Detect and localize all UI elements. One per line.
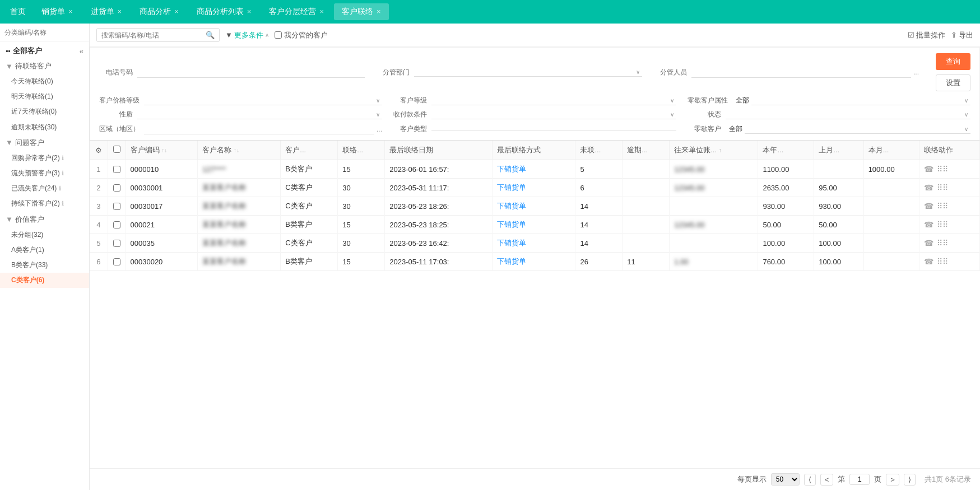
page-input[interactable]	[849, 474, 870, 485]
toolbar-search-icon[interactable]: 🔍	[206, 31, 215, 39]
row-checkbox[interactable]	[113, 184, 120, 192]
more-action-icon[interactable]: ⠿⠿	[937, 165, 948, 174]
filter-row-4: 区域（地区） ... 客户类型 零歇客户 全部 ∨	[99, 124, 970, 134]
area-input[interactable]	[144, 124, 374, 134]
phone-action-icon[interactable]: ☎	[924, 165, 933, 174]
phone-action-icon[interactable]: ☎	[924, 257, 933, 266]
row-checkbox[interactable]	[113, 240, 120, 247]
sidebar-item-已流失客户(24)[interactable]: 已流失客户(24) ℹ	[0, 181, 89, 196]
row-checkbox[interactable]	[113, 221, 120, 228]
sidebar-item-C类客户(6)[interactable]: C类客户(6)	[0, 273, 89, 288]
row-checkbox[interactable]	[113, 258, 120, 265]
retail-attr-select[interactable]: ∨	[751, 96, 970, 105]
sidebar-item-今天待联络(0)[interactable]: 今天待联络(0)	[0, 74, 89, 89]
tab-close-icon[interactable]: ×	[118, 7, 122, 16]
nav-tab-客户分层经营[interactable]: 客户分层经营×	[261, 3, 332, 20]
filter-more-btn[interactable]: ▼ 更多条件 ∧	[225, 30, 269, 40]
nav-tab-进货单[interactable]: 进货单×	[83, 3, 130, 20]
customer-grade-select[interactable]: ∨	[431, 96, 676, 105]
customer-type-select[interactable]	[431, 128, 676, 130]
col-unitamount-header: 往来单位账... ↑	[670, 141, 758, 160]
nav-tab-商品分析[interactable]: 商品分析×	[132, 3, 187, 20]
sidebar-item-未分组(32)[interactable]: 未分组(32)	[0, 227, 89, 242]
nav-home[interactable]: 首页	[4, 3, 31, 20]
tab-close-icon[interactable]: ×	[247, 7, 252, 16]
method-link[interactable]: 下销货单	[497, 202, 526, 210]
sidebar-item-近7天待联络(0)[interactable]: 近7天待联络(0)	[0, 104, 89, 119]
sidebar-group-待联络客户[interactable]: ▼待联络客户	[0, 58, 89, 74]
cell-not-contact: 26	[575, 253, 623, 271]
nav-tab-客户联络[interactable]: 客户联络×	[334, 3, 389, 20]
page-last-btn[interactable]: ⟩	[904, 474, 916, 486]
nav-tab-销货单[interactable]: 销货单×	[34, 3, 81, 20]
col-checkbox-header[interactable]	[108, 141, 126, 160]
col-settings-header[interactable]: ⚙	[90, 141, 108, 160]
more-action-icon[interactable]: ⠿⠿	[937, 239, 948, 248]
cell-last-method: 下销货单	[493, 179, 575, 197]
method-link[interactable]: 下销货单	[497, 257, 526, 265]
filter-row-1: 电话号码 分管部门 ∨ 分管人员 ... 查询 设置	[99, 53, 970, 91]
sidebar-group-问题客户[interactable]: ▼问题客户	[0, 135, 89, 151]
method-link[interactable]: 下销货单	[497, 183, 526, 192]
tab-close-icon[interactable]: ×	[174, 7, 179, 16]
col-lastmethod-header: 最后联络方式	[493, 141, 575, 160]
query-btn[interactable]: 查询	[936, 53, 970, 70]
sidebar-item-逾期未联络(30)[interactable]: 逾期未联络(30)	[0, 120, 89, 135]
method-link[interactable]: 下销货单	[497, 239, 526, 247]
my-customers-checkbox[interactable]: 我分管的客户	[275, 30, 328, 40]
method-link[interactable]: 下销货单	[497, 165, 526, 173]
value-grade-select[interactable]: ∨	[144, 96, 382, 105]
more-action-icon[interactable]: ⠿⠿	[937, 257, 948, 266]
retail-customer-select[interactable]: ∨	[745, 125, 970, 134]
phone-action-icon[interactable]: ☎	[924, 183, 933, 192]
cell-last-method: 下销货单	[493, 160, 575, 179]
sidebar-item-A类客户(1)[interactable]: A类客户(1)	[0, 242, 89, 258]
sidebar-item-回购异常客户(2)[interactable]: 回购异常客户(2) ℹ	[0, 151, 89, 166]
tab-close-icon[interactable]: ×	[68, 7, 73, 16]
page-next-btn[interactable]: >	[886, 474, 899, 486]
batch-btn[interactable]: ☑ 批量操作	[908, 30, 945, 40]
more-action-icon[interactable]: ⠿⠿	[937, 183, 948, 192]
row-checkbox[interactable]	[113, 166, 120, 173]
my-customers-check[interactable]	[275, 31, 282, 39]
page-prev-btn[interactable]: <	[820, 474, 834, 486]
nav-tab-商品分析列表[interactable]: 商品分析列表×	[189, 3, 259, 20]
method-link[interactable]: 下销货单	[497, 220, 526, 228]
set-btn[interactable]: 设置	[936, 74, 970, 91]
sidebar-item-流失预警客户(3)[interactable]: 流失预警客户(3) ℹ	[0, 166, 89, 181]
area-more-icon[interactable]: ...	[377, 125, 382, 133]
sidebar-item-持续下滑客户(2)[interactable]: 持续下滑客户(2) ℹ	[0, 196, 89, 211]
table-row: 600030020某某客户名称B类客户152023-05-11 17:03:下销…	[90, 253, 980, 271]
export-btn[interactable]: ⇧ 导出	[951, 30, 973, 40]
filter-retail-attr: 零歇客户属性 全部 ∨	[688, 96, 970, 105]
per-page-select[interactable]: 50 100 200	[771, 473, 800, 486]
row-checkbox[interactable]	[113, 203, 120, 210]
phone-action-icon[interactable]: ☎	[924, 202, 933, 211]
cell-not-contact: 14	[575, 197, 623, 216]
tab-close-icon[interactable]: ×	[377, 7, 381, 16]
cell-last-month: 50.00	[814, 216, 863, 234]
phone-action-icon[interactable]: ☎	[924, 220, 933, 229]
more-action-icon[interactable]: ⠿⠿	[937, 202, 948, 211]
dept-select[interactable]: ∨	[414, 68, 642, 77]
all-customers-label[interactable]: 全部客户	[13, 46, 42, 56]
select-all-checkbox[interactable]	[113, 146, 120, 153]
manager-input[interactable]	[691, 67, 911, 78]
more-action-icon[interactable]: ⠿⠿	[937, 220, 948, 229]
retail-attr-value: 全部	[736, 96, 749, 105]
sidebar-item-明天待联络(1)[interactable]: 明天待联络(1)	[0, 89, 89, 104]
search-input[interactable]	[101, 31, 206, 39]
page-first-btn[interactable]: ⟨	[804, 474, 816, 486]
cell-code: 00030001	[126, 179, 198, 197]
tab-close-icon[interactable]: ×	[319, 7, 324, 16]
payment-select[interactable]: ∨	[431, 110, 676, 119]
sidebar-item-B类客户(33)[interactable]: B类客户(33)	[0, 258, 89, 273]
manager-more-icon[interactable]: ...	[913, 68, 919, 76]
phone-action-icon[interactable]: ☎	[924, 239, 933, 248]
sidebar-search-input[interactable]	[4, 29, 89, 36]
phone-input[interactable]	[137, 67, 365, 78]
sidebar-collapse-icon[interactable]: «	[80, 47, 83, 55]
nature-select[interactable]: ∨	[137, 110, 382, 119]
sidebar-group-价值客户[interactable]: ▼价值客户	[0, 212, 89, 227]
status-select[interactable]: ∨	[726, 110, 970, 119]
